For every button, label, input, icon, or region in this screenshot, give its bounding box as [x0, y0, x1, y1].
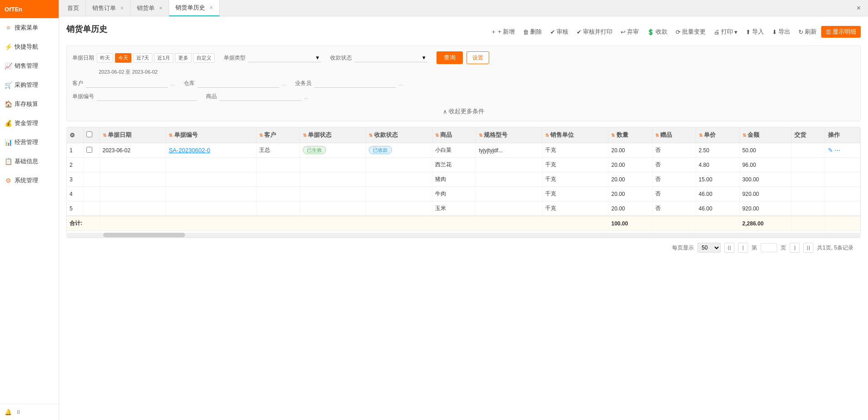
next-page-button[interactable]: ⟩	[790, 243, 800, 253]
sidebar-item-inventory[interactable]: 🏠 库存核算	[0, 95, 59, 114]
row-checkbox[interactable]	[83, 158, 100, 172]
tab-sales-goods-close[interactable]: ×	[159, 5, 162, 11]
settings-button[interactable]: 设置	[467, 51, 489, 64]
row-checkbox[interactable]	[83, 187, 100, 201]
more-icon[interactable]: ⋯	[834, 147, 840, 154]
audit-button[interactable]: ✔ 审核	[547, 26, 572, 38]
customer-input[interactable]	[86, 79, 168, 88]
col-doc-status[interactable]: ⇅ 单据状态	[300, 127, 366, 143]
sidebar-item-ops-mgmt[interactable]: 📊 经营管理	[0, 133, 59, 152]
sidebar-item-label: 经营管理	[15, 138, 38, 146]
row-no: 1	[67, 143, 83, 158]
sidebar-footer-icon1[interactable]: 🔔	[5, 409, 12, 415]
edit-icon[interactable]: ✎	[828, 147, 833, 154]
tab-sales-history-close[interactable]: ×	[210, 5, 213, 11]
query-button[interactable]: 查询	[437, 51, 463, 64]
date-btn-custom[interactable]: 自定义	[193, 53, 215, 63]
col-price[interactable]: ⇅ 单价	[696, 127, 739, 143]
batch-change-button[interactable]: ⟳ 批量变更	[672, 26, 709, 38]
goods-ellipsis[interactable]: ...	[304, 94, 308, 100]
import-button[interactable]: ⬆ 导入	[742, 26, 768, 38]
show-detail-button[interactable]: ☰ 显示明细	[821, 26, 861, 38]
abandon-button[interactable]: ↩ 弃审	[617, 26, 642, 38]
date-btn-7days[interactable]: 近7天	[133, 53, 152, 63]
row-unit: 千克	[542, 172, 608, 187]
sidebar-item-basic-info[interactable]: 📋 基础信息	[0, 152, 59, 171]
date-btn-1month[interactable]: 近1月	[154, 53, 173, 63]
refresh-button[interactable]: ↻ 刷新	[795, 26, 820, 38]
tab-sales-goods[interactable]: 销货单 ×	[130, 0, 169, 16]
sidebar-item-search-menu[interactable]: ≡ 搜索菜单	[0, 18, 59, 37]
col-spec[interactable]: ⇅ 规格型号	[476, 127, 542, 143]
customer-ellipsis[interactable]: ...	[171, 81, 175, 86]
warehouse-input[interactable]	[197, 79, 279, 88]
doc-type-select[interactable]: ▾	[248, 53, 321, 62]
row-doc-no	[166, 187, 256, 201]
row-spec	[476, 158, 542, 172]
export-button[interactable]: ⬇ 导出	[768, 26, 794, 38]
col-payment-status[interactable]: ⇅ 收款状态	[366, 127, 432, 143]
date-btn-more[interactable]: 更多	[175, 53, 191, 63]
doc-no-link[interactable]: SA-20230602-0	[169, 147, 210, 154]
col-settings[interactable]: ⚙	[67, 127, 83, 143]
col-date[interactable]: ⇅ 单据日期	[100, 127, 166, 143]
row-unit: 千克	[542, 143, 608, 158]
date-btn-today[interactable]: 今天	[115, 53, 131, 63]
col-amount[interactable]: ⇅ 金额	[739, 127, 791, 143]
new-button[interactable]: ＋ + 新增	[487, 26, 518, 38]
print-button[interactable]: 🖨 打印 ▾	[710, 26, 741, 38]
tab-sales-history[interactable]: 销货单历史 ×	[169, 0, 220, 16]
row-goods: 牛肉	[432, 187, 476, 201]
horizontal-scrollbar[interactable]	[67, 233, 860, 237]
payment-status-select[interactable]: ▾	[355, 53, 427, 62]
col-gift[interactable]: ⇅ 赠品	[652, 127, 696, 143]
row-unit: 千克	[542, 201, 608, 216]
collapse-button[interactable]: ∧ 收起更多条件	[72, 107, 855, 115]
row-price: 46.00	[696, 201, 739, 216]
date-btn-yesterday[interactable]: 昨天	[97, 53, 113, 63]
collapse-icon: ∧	[443, 108, 447, 115]
salesperson-ellipsis[interactable]: ...	[399, 81, 403, 86]
row-checkbox[interactable]	[83, 201, 100, 216]
warehouse-ellipsis[interactable]: ...	[282, 81, 286, 86]
col-qty[interactable]: ⇅ 数量	[608, 127, 652, 143]
tab-sales-order-close[interactable]: ×	[120, 5, 124, 11]
col-unit[interactable]: ⇅ 销售单位	[542, 127, 608, 143]
row-checkbox[interactable]	[83, 143, 100, 158]
sidebar-footer-icon2[interactable]: ⏸	[15, 409, 21, 415]
doc-no-input[interactable]	[97, 92, 197, 101]
print-icon: 🖨	[714, 29, 720, 35]
goods-input[interactable]	[220, 92, 301, 101]
row-goods: 小白菜	[432, 143, 476, 158]
row-gift: 否	[652, 172, 696, 187]
sidebar-item-sys-mgmt[interactable]: ⚙ 系统管理	[0, 171, 59, 190]
per-page-select[interactable]: 50 100 200	[697, 243, 721, 253]
select-all-checkbox[interactable]	[86, 131, 92, 137]
audit-print-button[interactable]: ✔ 审核并打印	[573, 26, 616, 38]
col-customer[interactable]: ⇅ 客户	[256, 127, 300, 143]
col-checkbox[interactable]	[83, 127, 100, 143]
sidebar-item-purchase-mgmt[interactable]: 🛒 采购管理	[0, 75, 59, 95]
page-input[interactable]: 1	[761, 243, 777, 252]
col-doc-no[interactable]: ⇅ 单据编号	[166, 127, 256, 143]
scroll-thumb[interactable]	[103, 233, 185, 237]
collect-button[interactable]: 💲 收款	[643, 26, 671, 38]
window-close-button[interactable]: ×	[851, 4, 866, 12]
row-doc-no: SA-20230602-0	[166, 143, 256, 158]
row-checkbox[interactable]	[83, 172, 100, 187]
row-select-checkbox[interactable]	[86, 147, 92, 153]
last-page-button[interactable]: ⟩⟩	[803, 243, 813, 253]
tab-sales-order[interactable]: 销售订单 ×	[86, 0, 130, 16]
sidebar-item-sales-mgmt[interactable]: 📈 销售管理	[0, 56, 59, 75]
search-menu-icon: ≡	[5, 24, 12, 31]
sidebar-item-finance-mgmt[interactable]: 💰 资金管理	[0, 114, 59, 133]
salesperson-input[interactable]	[314, 79, 396, 88]
row-action	[825, 158, 860, 172]
delete-button[interactable]: 🗑 删除	[519, 26, 546, 38]
prev-page-button[interactable]: ⟨	[738, 243, 748, 253]
col-goods[interactable]: ⇅ 商品	[432, 127, 476, 143]
first-page-button[interactable]: ⟨⟨	[724, 243, 734, 253]
sidebar-item-quick-nav[interactable]: ⚡ 快捷导航	[0, 37, 59, 56]
tab-home[interactable]: 首页	[61, 0, 86, 16]
sales-mgmt-icon: 📈	[5, 62, 12, 70]
